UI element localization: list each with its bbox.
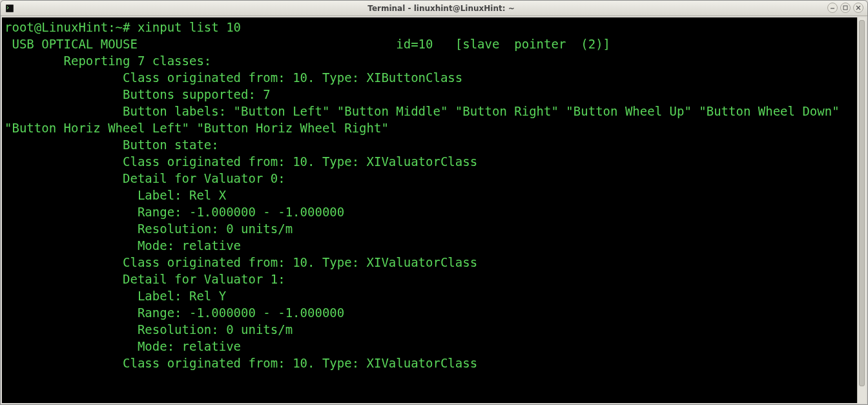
close-button[interactable] bbox=[853, 3, 863, 13]
titlebar[interactable]: Terminal - linuxhint@LinuxHint: ~ bbox=[1, 1, 867, 16]
terminal-window: Terminal - linuxhint@LinuxHint: ~ root@L… bbox=[0, 0, 868, 405]
maximize-button[interactable] bbox=[840, 3, 851, 13]
svg-rect-3 bbox=[843, 6, 847, 10]
scroll-thumb[interactable] bbox=[859, 20, 865, 386]
app-icon bbox=[5, 3, 15, 14]
window-title: Terminal - linuxhint@LinuxHint: ~ bbox=[15, 4, 867, 13]
terminal-output[interactable]: root@LinuxHint:~# xinput list 10 USB OPT… bbox=[2, 17, 857, 403]
window-controls bbox=[827, 3, 863, 13]
scrollbar[interactable] bbox=[857, 17, 866, 403]
terminal-body: root@LinuxHint:~# xinput list 10 USB OPT… bbox=[1, 16, 867, 404]
minimize-button[interactable] bbox=[827, 3, 838, 13]
